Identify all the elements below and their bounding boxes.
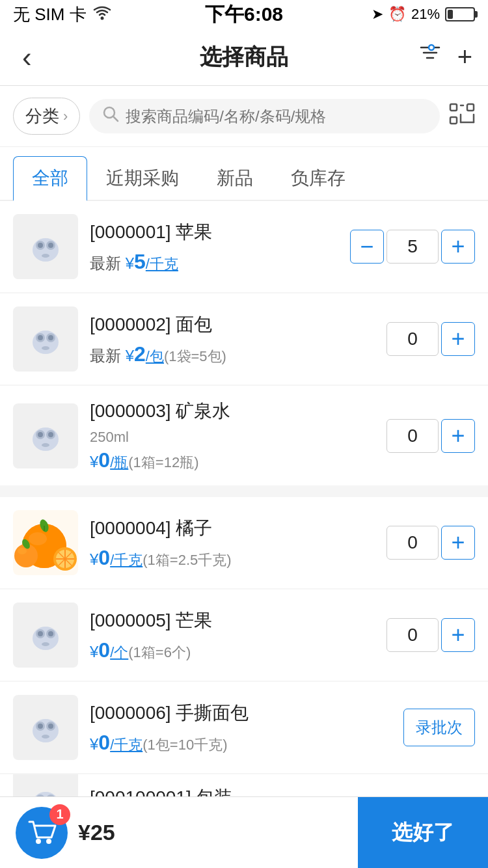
product-info: [0000006] 手撕面包 ¥0/千克(1包=10千克) [90, 701, 403, 755]
product-name: [0000004] 橘子 [90, 516, 386, 541]
svg-rect-8 [467, 104, 474, 111]
status-time: 下午6:08 [205, 1, 283, 28]
svg-point-23 [38, 335, 43, 340]
tab-row: 全部 近期采购 新品 负库存 [0, 147, 488, 201]
svg-point-20 [33, 331, 59, 354]
qty-increase-button[interactable]: + [441, 419, 475, 453]
svg-point-0 [100, 16, 103, 20]
svg-point-53 [33, 719, 59, 742]
nav-actions: + [418, 42, 472, 72]
qty-increase-button[interactable]: + [441, 322, 475, 356]
qty-decrease-button[interactable]: − [350, 230, 384, 264]
product-image [13, 695, 78, 760]
search-input[interactable] [126, 107, 427, 126]
search-input-wrap[interactable] [89, 99, 440, 133]
search-icon [102, 105, 119, 127]
product-image [13, 510, 78, 575]
placeholder-owl-icon [26, 616, 65, 655]
product-image [13, 403, 78, 468]
scan-icon[interactable] [449, 103, 475, 130]
product-info: [0000001] 苹果 最新 ¥5/千克 [90, 220, 350, 274]
placeholder-owl-icon [26, 416, 65, 455]
status-bar: 无 SIM 卡 下午6:08 ➤ ⏰ 21% [0, 0, 488, 29]
category-button[interactable]: 分类 › [13, 98, 80, 135]
product-image [13, 214, 78, 279]
product-price: ¥0/千克(1包=10千克) [90, 731, 403, 755]
svg-point-65 [36, 839, 41, 844]
back-button[interactable]: ‹ [16, 34, 38, 80]
svg-point-18 [48, 243, 53, 248]
product-info: [0000004] 橘子 ¥0/千克(1箱=2.5千克) [90, 516, 386, 570]
product-price: 最新 ¥2/包(1袋=5包) [90, 342, 386, 366]
product-controls: 录批次 [403, 709, 475, 746]
tab-recent[interactable]: 近期采购 [87, 156, 198, 201]
page-title: 选择商品 [200, 42, 288, 72]
wifi-icon [93, 5, 111, 25]
list-item: [0000005] 芒果 ¥0/个(1箱=6个) + [0, 590, 488, 681]
product-info: [0000005] 芒果 ¥0/个(1箱=6个) [90, 608, 386, 662]
svg-point-31 [42, 443, 49, 447]
product-name: [0000005] 芒果 [90, 608, 386, 633]
svg-line-6 [113, 116, 118, 121]
list-item: [0000002] 面包 最新 ¥2/包(1袋=5包) + [0, 293, 488, 385]
list-item: [0000003] 矿泉水 250ml ¥0/瓶(1箱=12瓶) + [0, 386, 488, 485]
product-controls: + [386, 526, 475, 560]
svg-point-30 [48, 432, 53, 437]
svg-point-56 [38, 724, 43, 729]
svg-point-52 [42, 642, 49, 646]
product-name: [0000002] 面包 [90, 312, 386, 337]
svg-point-58 [42, 735, 49, 739]
qty-input[interactable] [386, 230, 439, 264]
tab-negative[interactable]: 负库存 [272, 156, 364, 201]
tab-all[interactable]: 全部 [13, 156, 87, 201]
svg-point-17 [38, 243, 43, 248]
svg-rect-9 [450, 117, 457, 124]
qty-increase-button[interactable]: + [441, 526, 475, 560]
list-item: [0000004] 橘子 ¥0/千克(1箱=2.5千克) + [0, 497, 488, 588]
product-image [13, 603, 78, 668]
add-icon[interactable]: + [457, 42, 472, 72]
svg-point-25 [42, 346, 49, 350]
svg-point-14 [33, 238, 59, 262]
product-name: [0000003] 矿泉水 [90, 399, 386, 424]
search-row: 分类 › [0, 86, 488, 147]
cart-icon [27, 819, 57, 847]
bottom-bar: 1 ¥25 选好了 [0, 796, 488, 868]
svg-point-57 [48, 724, 53, 729]
qty-input[interactable] [386, 322, 439, 356]
filter-icon[interactable] [418, 42, 442, 72]
battery-percent: 21% [411, 6, 440, 23]
svg-rect-7 [450, 104, 457, 111]
orange-image [13, 510, 78, 575]
product-price: ¥0/瓶(1箱=12瓶) [90, 448, 386, 472]
product-list: [0000001] 苹果 最新 ¥5/千克 − + [0000002] [0, 201, 488, 868]
confirm-button[interactable]: 选好了 [358, 797, 488, 869]
product-controls: + [386, 618, 475, 652]
section-divider [0, 487, 488, 497]
product-controls: + [386, 419, 475, 453]
product-info: [0000003] 矿泉水 250ml ¥0/瓶(1箱=12瓶) [90, 399, 386, 472]
qty-input[interactable] [386, 526, 439, 560]
qty-input[interactable] [386, 618, 439, 652]
svg-point-26 [33, 427, 59, 451]
tab-new[interactable]: 新品 [198, 156, 272, 201]
qty-increase-button[interactable]: + [441, 618, 475, 652]
product-controls: − + [350, 230, 475, 264]
list-item: [0000001] 苹果 最新 ¥5/千克 − + [0, 201, 488, 292]
svg-point-66 [46, 839, 51, 844]
qty-increase-button[interactable]: + [441, 230, 475, 264]
cart-button[interactable]: 1 [16, 807, 68, 859]
batch-record-button[interactable]: 录批次 [403, 709, 475, 746]
nav-bar: ‹ 选择商品 + [0, 29, 488, 86]
placeholder-owl-icon [26, 227, 65, 266]
list-item: [0000006] 手撕面包 ¥0/千克(1包=10千克) 录批次 [0, 682, 488, 773]
svg-point-50 [38, 631, 43, 636]
svg-point-24 [48, 335, 53, 340]
svg-point-47 [33, 627, 59, 650]
product-image [13, 306, 78, 372]
qty-input[interactable] [386, 419, 439, 453]
svg-point-4 [429, 45, 434, 50]
svg-point-29 [38, 432, 43, 437]
chevron-right-icon: › [63, 108, 68, 125]
status-right-icons: ➤ ⏰ 21% [372, 6, 475, 23]
